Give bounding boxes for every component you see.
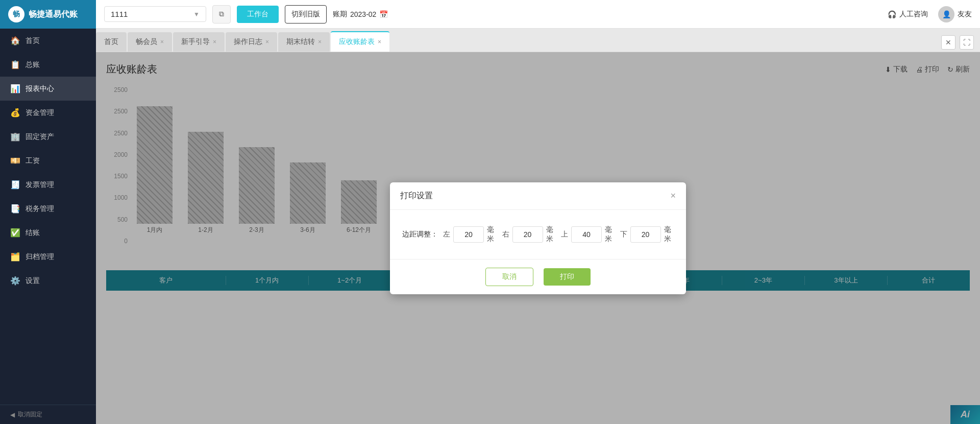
ledger-icon: 📋 — [10, 60, 20, 69]
tab-guide-label: 新手引导 — [181, 37, 210, 46]
bottom-unit: 毫米 — [664, 225, 674, 244]
user-name: 友友 — [958, 10, 972, 19]
topbar: 1111 ▼ ⧉ 工作台 切到旧版 账期 2023-02 📅 🎧 人工咨询 — [96, 0, 980, 29]
tab-maximize-button[interactable]: ⛶ — [960, 35, 974, 50]
left-direction-label: 左 — [443, 230, 450, 239]
sidebar-label-home: 首页 — [26, 36, 40, 45]
tabbar: 首页 畅会员 × 新手引导 × 操作日志 × 期末结转 × 应收账龄表 × — [96, 29, 980, 52]
sidebar-item-settings[interactable]: ⚙️ 设置 — [0, 269, 96, 293]
right-unit: 毫米 — [546, 225, 556, 244]
reports-icon: 📊 — [10, 84, 20, 93]
sidebar-item-ledger[interactable]: 📋 总账 — [0, 53, 96, 77]
bottom-margin-input[interactable] — [630, 226, 661, 243]
sidebar-item-tax[interactable]: 📑 税务管理 — [0, 197, 96, 221]
tab-oplog-close[interactable]: × — [265, 38, 269, 45]
margin-left-group: 左 毫米 — [443, 225, 497, 244]
consult-button[interactable]: 🎧 人工咨询 — [888, 10, 928, 19]
payroll-icon: 💴 — [10, 156, 20, 166]
sidebar-item-invoice[interactable]: 🧾 发票管理 — [0, 173, 96, 197]
top-unit: 毫米 — [605, 225, 615, 244]
sidebar-label-invoice: 发票管理 — [26, 180, 54, 190]
sidebar-item-assets[interactable]: 🏢 固定资产 — [0, 125, 96, 149]
left-unit: 毫米 — [487, 225, 497, 244]
margin-row: 边距调整： 左 毫米 右 毫米 — [402, 225, 674, 244]
top-margin-input[interactable] — [571, 226, 602, 243]
tab-period-close-label: 期末结转 — [286, 37, 315, 46]
margin-top-group: 上 毫米 — [561, 225, 615, 244]
sidebar-collapse-button[interactable]: ◀ 取消固定 — [0, 405, 96, 424]
tax-icon: 📑 — [10, 204, 20, 214]
dialog-overlay: 打印设置 × 边距调整： 左 毫米 右 — [96, 52, 980, 424]
tab-aging-close[interactable]: × — [378, 38, 381, 45]
sidebar: 畅 畅捷通易代账 🏠 首页 📋 总账 📊 报表中心 💰 资金管理 — [0, 0, 96, 424]
invoice-icon: 🧾 — [10, 180, 20, 190]
sidebar-item-payroll[interactable]: 💴 工资 — [0, 149, 96, 173]
dialog-footer: 取消 打印 — [390, 259, 686, 294]
cancel-button[interactable]: 取消 — [485, 268, 533, 286]
window-close-icon: ✕ — [945, 38, 951, 46]
tab-guide-close[interactable]: × — [213, 38, 216, 45]
avatar-icon: 👤 — [942, 10, 951, 18]
top-direction-label: 上 — [561, 230, 568, 239]
copy-button[interactable]: ⧉ — [212, 5, 231, 23]
copy-icon: ⧉ — [219, 10, 224, 18]
tab-guide[interactable]: 新手引导 × — [173, 32, 225, 52]
company-name: 1111 — [111, 10, 190, 18]
company-selector[interactable]: 1111 ▼ — [104, 6, 206, 22]
sidebar-item-archive[interactable]: 🗂️ 归档管理 — [0, 245, 96, 269]
settings-icon: ⚙️ — [10, 276, 20, 286]
sidebar-item-settle[interactable]: ✅ 结账 — [0, 221, 96, 245]
avatar: 👤 — [938, 6, 954, 22]
tab-period-close[interactable]: 期末结转 × — [278, 32, 330, 52]
sidebar-scroll: 🏠 首页 📋 总账 📊 报表中心 💰 资金管理 🏢 固定资产 💴 工资 — [0, 29, 96, 405]
tab-member-label: 畅会员 — [136, 37, 157, 46]
oldver-button[interactable]: 切到旧版 — [285, 5, 327, 23]
left-margin-input[interactable] — [453, 226, 484, 243]
tab-member[interactable]: 畅会员 × — [128, 32, 172, 52]
collapse-arrow-icon: ◀ — [10, 411, 15, 418]
logo-icon: 畅 — [8, 6, 24, 22]
margin-label: 边距调整： — [402, 230, 438, 239]
logo-text: 畅捷通易代账 — [29, 9, 78, 20]
sidebar-label-tax: 税务管理 — [26, 204, 54, 214]
tab-aging-label: 应收账龄表 — [339, 37, 375, 46]
margin-right-group: 右 毫米 — [502, 225, 556, 244]
collapse-label: 取消固定 — [18, 410, 42, 419]
dialog-body: 边距调整： 左 毫米 右 毫米 — [390, 210, 686, 259]
calendar-icon[interactable]: 📅 — [379, 10, 388, 18]
user-menu[interactable]: 👤 友友 — [938, 6, 972, 22]
main-content: 1111 ▼ ⧉ 工作台 切到旧版 账期 2023-02 📅 🎧 人工咨询 — [96, 0, 980, 424]
assets-icon: 🏢 — [10, 132, 20, 142]
period-display: 账期 2023-02 📅 — [333, 10, 388, 19]
dialog-close-button[interactable]: × — [670, 191, 676, 200]
tab-aging[interactable]: 应收账龄表 × — [331, 31, 389, 52]
consult-label: 人工咨询 — [899, 10, 928, 19]
right-direction-label: 右 — [502, 230, 509, 239]
bottom-direction-label: 下 — [620, 230, 627, 239]
funds-icon: 💰 — [10, 108, 20, 117]
tab-actions: ✕ ⛶ — [941, 35, 980, 52]
tab-home[interactable]: 首页 — [96, 32, 127, 52]
maximize-icon: ⛶ — [963, 38, 970, 46]
tab-period-close-close[interactable]: × — [318, 38, 322, 45]
sidebar-item-home[interactable]: 🏠 首页 — [0, 29, 96, 53]
workbench-button[interactable]: 工作台 — [237, 6, 279, 23]
period-label: 账期 — [333, 10, 347, 19]
right-margin-input[interactable] — [512, 226, 543, 243]
settle-icon: ✅ — [10, 228, 20, 238]
topbar-right: 🎧 人工咨询 👤 友友 — [888, 6, 972, 22]
company-dropdown-icon: ▼ — [193, 11, 200, 18]
sidebar-label-settings: 设置 — [26, 276, 40, 286]
dialog-header: 打印设置 × — [390, 182, 686, 210]
tab-home-label: 首页 — [104, 37, 118, 46]
tab-oplog-label: 操作日志 — [234, 37, 262, 46]
tab-oplog[interactable]: 操作日志 × — [226, 32, 277, 52]
headset-icon: 🎧 — [888, 10, 896, 18]
sidebar-item-funds[interactable]: 💰 资金管理 — [0, 101, 96, 125]
dialog-title: 打印设置 — [400, 191, 433, 201]
print-button[interactable]: 打印 — [544, 268, 591, 286]
sidebar-label-ledger: 总账 — [26, 60, 40, 69]
tab-member-close[interactable]: × — [160, 38, 164, 45]
tab-close-window-button[interactable]: ✕ — [941, 35, 955, 50]
sidebar-item-reports[interactable]: 📊 报表中心 — [0, 77, 96, 101]
